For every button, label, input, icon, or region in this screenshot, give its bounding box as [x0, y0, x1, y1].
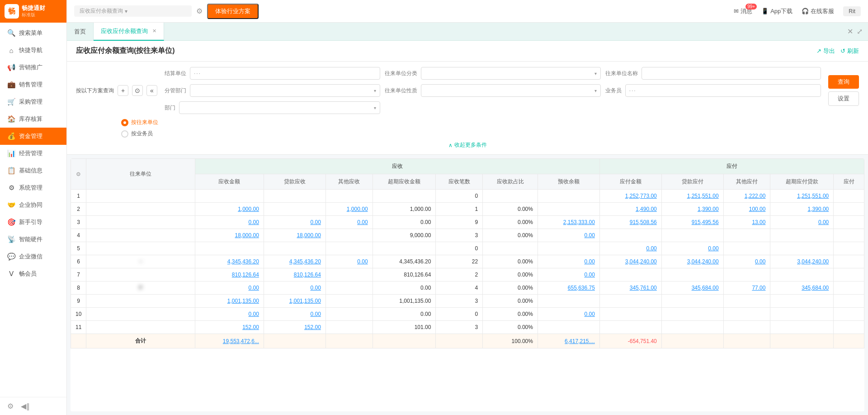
message-button[interactable]: ✉ 消息 99+ [734, 7, 752, 15]
other-ap-cell[interactable] [723, 242, 770, 255]
sidebar-item-finance[interactable]: 💰 资金管理 [0, 128, 66, 145]
other-ap-cell[interactable] [723, 321, 770, 334]
other-ap-cell[interactable] [723, 295, 770, 308]
sidebar-item-operation[interactable]: 📊 经营管理 [0, 145, 66, 162]
sidebar-item-sales[interactable]: 💼 销售管理 [0, 76, 66, 93]
loan-ar-cell[interactable]: 18,000.00 [264, 229, 326, 242]
loan-ap-cell[interactable] [661, 268, 723, 281]
online-service-button[interactable]: 🎧 在线客服 [802, 7, 834, 15]
ar-amount-cell[interactable]: 4,345,436.20 [195, 255, 264, 268]
view-by-staff[interactable]: 按业务员 [121, 129, 158, 138]
ap-amount-cell[interactable]: 0.00 [599, 242, 661, 255]
overdue-ap-cell[interactable]: 1,251,551.00 [770, 190, 834, 203]
loan-ar-cell[interactable]: 152.00 [264, 321, 326, 334]
prepay-cell[interactable] [538, 190, 599, 203]
ap-amount-cell[interactable]: 3,044,240.00 [599, 255, 661, 268]
loan-ap-cell[interactable]: 345,684.00 [661, 281, 723, 295]
sidebar-item-quick-nav[interactable]: ⌂ 快捷导航 [0, 42, 66, 59]
settings-button[interactable]: 设置 [828, 91, 859, 106]
sidebar-item-collab[interactable]: 🤝 企业协同 [0, 196, 66, 214]
sidebar-item-wechat[interactable]: 💬 企业微信 [0, 248, 66, 265]
other-ap-cell[interactable]: 0.00 [723, 255, 770, 268]
ap-amount-cell[interactable] [599, 321, 661, 334]
ap-amount-cell[interactable]: 915,508.56 [599, 216, 661, 229]
prepay-cell[interactable]: 0.00 [538, 255, 599, 268]
other-ap-cell[interactable]: 1,222.00 [723, 190, 770, 203]
prepay-cell[interactable]: 0.00 [538, 308, 599, 321]
breadcrumb-chevron-icon[interactable]: ▾ [125, 8, 127, 14]
tab-maximize-icon[interactable]: ⤢ [857, 27, 863, 36]
loan-ar-cell[interactable] [264, 203, 326, 216]
refresh-button[interactable]: ↺ 刷新 [840, 47, 859, 55]
overdue-ap-cell[interactable]: 0.00 [770, 216, 834, 229]
overdue-ap-cell[interactable]: 3,044,240.00 [770, 255, 834, 268]
tab-close-window-icon[interactable]: ✕ [847, 27, 853, 36]
overdue-ap-cell[interactable] [770, 321, 834, 334]
loan-ap-cell[interactable]: 915,495.56 [661, 216, 723, 229]
add-filter-button[interactable]: + [118, 85, 128, 96]
loan-ar-cell[interactable] [264, 190, 326, 203]
other-ar-cell[interactable]: 0.00 [326, 216, 373, 229]
filter-collapse-button[interactable]: « [146, 85, 157, 96]
prepay-cell[interactable] [538, 203, 599, 216]
ar-amount-cell[interactable]: 18,000.00 [195, 229, 264, 242]
other-ap-cell[interactable]: 13.00 [723, 216, 770, 229]
partner-nature-input[interactable]: ▾ [421, 84, 600, 97]
dept-mgr-input[interactable]: ▾ [190, 84, 380, 97]
user-menu[interactable]: Rit [843, 6, 861, 16]
tab-close-icon[interactable]: ✕ [152, 28, 156, 34]
app-download-button[interactable]: 📱 App下载 [761, 7, 793, 15]
other-ar-cell[interactable] [326, 190, 373, 203]
overdue-ap-cell[interactable]: 345,684.00 [770, 281, 834, 295]
settings-bottom-icon[interactable]: ⚙ [7, 402, 14, 410]
ap-amount-cell[interactable]: 345,761.00 [599, 281, 661, 295]
ar-amount-cell[interactable]: 0.00 [195, 216, 264, 229]
salesman-input[interactable]: ··· [625, 84, 821, 97]
sidebar-item-member[interactable]: Ⅴ 畅会员 [0, 265, 66, 282]
sidebar-item-inventory[interactable]: 🏠 库存核算 [0, 110, 66, 128]
collapse-sidebar-icon[interactable]: ◀‖ [21, 402, 30, 410]
tab-ar-ap-query[interactable]: 应收应付余额查询 ✕ [94, 23, 164, 41]
loan-ar-cell[interactable] [264, 242, 326, 255]
other-ar-cell[interactable] [326, 308, 373, 321]
summary-prepay[interactable]: 6,417,215.... [538, 334, 599, 348]
sidebar-item-marketing[interactable]: 📢 营销推广 [0, 59, 66, 76]
other-ar-cell[interactable]: 0.00 [326, 255, 373, 268]
other-ar-cell[interactable] [326, 268, 373, 281]
dept-input[interactable]: ▾ [179, 101, 380, 114]
ar-amount-cell[interactable]: 1,001,135.00 [195, 295, 264, 308]
overdue-ap-cell[interactable] [770, 268, 834, 281]
loan-ap-cell[interactable]: 1,390.00 [661, 203, 723, 216]
loan-ar-cell[interactable]: 0.00 [264, 281, 326, 295]
ar-amount-cell[interactable] [195, 242, 264, 255]
loan-ar-cell[interactable]: 4,345,436.20 [264, 255, 326, 268]
other-ap-cell[interactable] [723, 268, 770, 281]
promo-button[interactable]: 体验行业方案 [207, 4, 259, 19]
partner-category-input[interactable]: ▾ [421, 67, 600, 80]
prepay-cell[interactable] [538, 295, 599, 308]
ar-amount-cell[interactable]: 0.00 [195, 308, 264, 321]
loan-ar-cell[interactable]: 0.00 [264, 216, 326, 229]
loan-ar-cell[interactable]: 810,126.64 [264, 268, 326, 281]
settlement-unit-input[interactable]: ··· [190, 67, 380, 80]
overdue-ap-cell[interactable]: 1,390.00 [770, 203, 834, 216]
other-ar-cell[interactable] [326, 321, 373, 334]
sidebar-item-basic[interactable]: 📋 基础信息 [0, 162, 66, 179]
ar-amount-cell[interactable]: 810,126.64 [195, 268, 264, 281]
loan-ap-cell[interactable] [661, 308, 723, 321]
ap-amount-cell[interactable] [599, 308, 661, 321]
ar-amount-cell[interactable] [195, 190, 264, 203]
other-ap-cell[interactable] [723, 229, 770, 242]
loan-ap-cell[interactable] [661, 295, 723, 308]
ar-amount-cell[interactable]: 0.00 [195, 281, 264, 295]
prepay-cell[interactable] [538, 242, 599, 255]
export-button[interactable]: ↗ 导出 [816, 47, 835, 55]
other-ap-cell[interactable]: 100.00 [723, 203, 770, 216]
filter-settings-button[interactable]: ⊙ [132, 85, 143, 96]
other-ap-cell[interactable]: 77.00 [723, 281, 770, 295]
overdue-ap-cell[interactable] [770, 308, 834, 321]
partner-name-input[interactable] [642, 67, 821, 80]
loan-ap-cell[interactable]: 3,044,240.00 [661, 255, 723, 268]
ap-amount-cell[interactable]: 1,252,773.00 [599, 190, 661, 203]
sidebar-item-guide[interactable]: 🎯 新手引导 [0, 214, 66, 231]
